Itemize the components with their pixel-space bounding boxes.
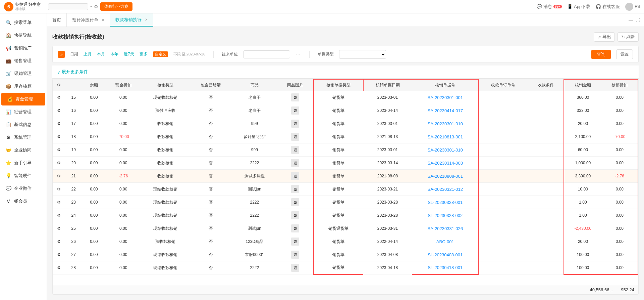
export-button[interactable]: ↗ 导出 (594, 32, 615, 42)
table-scroll-area[interactable]: ⚙ 余额 现金折扣 核销类型 包含已结清 商品 商品图片 核销单据类型 核销单据… (53, 79, 638, 285)
refresh-button[interactable]: ↻ 刷新 (618, 32, 639, 42)
cell-settings[interactable]: ⚙ (53, 157, 65, 170)
cell-writeoff-discount: 0.00 (602, 222, 638, 235)
table-row: ⚙ 22 0.00 0.00 现结收款核销 否 测试jun 🖼 销货单 2023… (53, 183, 638, 196)
cell-settings[interactable]: ⚙ (53, 235, 65, 248)
col-header-writeoff-bill-type: 核销单据类型 (314, 79, 363, 91)
sidebar-item-operations[interactable]: 📊 经营管理 (0, 105, 47, 118)
cell-settings[interactable]: ⚙ (53, 183, 65, 196)
cell-writeoff-bill-date: 2021-08-13 (363, 130, 412, 143)
cell-product: 2222 (232, 196, 277, 209)
filter-toggle-btn[interactable]: » (58, 51, 65, 58)
bill-type-select[interactable] (339, 50, 386, 59)
online-service[interactable]: 🎧 在线客服 (596, 4, 620, 10)
cell-writeoff-bill-no[interactable]: SA-20230321-012 (412, 183, 479, 196)
home-icon: 🏠 (5, 33, 11, 38)
window-minimize-icon[interactable]: — (629, 17, 633, 23)
cell-writeoff-bill-no[interactable]: SA-20230331-026 (412, 222, 479, 235)
member-icon: V (5, 199, 11, 204)
sidebar-item-shortcut[interactable]: 🏠 快捷导航 (0, 29, 47, 42)
cell-settings[interactable]: ⚙ (53, 130, 65, 143)
cell-balance: 0.00 (82, 209, 105, 222)
col-header-product-image: 商品图片 (277, 79, 314, 91)
date-filter-label: 日期 (70, 51, 78, 57)
cell-writeoff-bill-date: 2023-03-01 (363, 117, 412, 130)
cell-settings[interactable]: ⚙ (53, 261, 65, 274)
col-header-settings[interactable]: ⚙ (53, 79, 65, 91)
app-download[interactable]: 📱 App下载 (567, 4, 590, 10)
tab-collection[interactable]: 收款核销执行 ✕ (110, 13, 153, 27)
window-maximize-icon[interactable]: ⛶ (636, 17, 640, 23)
cell-writeoff-bill-no[interactable]: SA-20210808-001 (412, 170, 479, 183)
sidebar-item-finance[interactable]: 💰 资金管理 (1, 93, 45, 105)
from-unit-input[interactable] (243, 50, 290, 58)
cell-writeoff-bill-no[interactable]: SA-20210813-001 (412, 130, 479, 143)
sidebar-item-corp[interactable]: 🤝 企业协同 (0, 144, 47, 157)
cell-settings[interactable]: ⚙ (53, 143, 65, 157)
custom-date-btn[interactable]: 自定义 (153, 51, 168, 57)
tab-prepay[interactable]: 预付冲应付单 ✕ (67, 13, 110, 27)
cell-writeoff-bill-no[interactable]: SL-20230328-001 (412, 196, 479, 209)
notification-area[interactable]: 💬 消息 99+ (537, 4, 562, 10)
cell-product: 2222 (232, 209, 277, 222)
sidebar-item-hardware[interactable]: 💡 智能硬件 (0, 169, 47, 182)
expand-more-btn[interactable]: ∨ 展开更多条件 (54, 68, 91, 76)
cell-writeoff-discount: 0.00 (602, 261, 638, 274)
cell-writeoff-type: 收款核销 (141, 130, 190, 143)
cell-settings[interactable]: ⚙ (53, 91, 65, 104)
sidebar-item-purchase[interactable]: 🛒 采购管理 (0, 67, 47, 80)
cell-writeoff-discount: 0.00 (602, 143, 638, 157)
sidebar-item-sales[interactable]: 💼 销售管理 (0, 54, 47, 67)
cell-writeoff-bill-date: 2021-08-08 (363, 170, 412, 183)
cell-settings[interactable]: ⚙ (53, 209, 65, 222)
date-more[interactable]: 更多 (140, 51, 148, 57)
sidebar-item-search[interactable]: 🔍 搜索菜单 (0, 16, 47, 29)
cell-writeoff-bill-type: 销货单 (314, 235, 363, 248)
cell-include-cleared: 否 (190, 183, 232, 196)
industry-btn[interactable]: 体验行业方案 (100, 2, 132, 11)
sidebar-item-guide[interactable]: ⭐ 新手引导 (0, 157, 47, 169)
cell-settings[interactable]: ⚙ (53, 248, 65, 261)
cell-include-cleared: 否 (190, 222, 232, 235)
sidebar-item-inventory[interactable]: 📦 库存核算 (0, 80, 47, 93)
sidebar-item-member[interactable]: V 畅会员 (0, 195, 47, 208)
cell-rowno: 24 (65, 209, 82, 222)
sidebar-label-finance: 资金管理 (15, 96, 33, 102)
date-last-month[interactable]: 上月 (84, 51, 92, 57)
cell-writeoff-bill-no[interactable]: SA-20230301-010 (412, 117, 479, 130)
tab-collection-close-icon[interactable]: ✕ (145, 18, 148, 22)
sidebar-item-marketing[interactable]: 📢 营销推广 (0, 42, 47, 54)
date-7days[interactable]: 近7天 (124, 51, 134, 57)
cell-writeoff-bill-no[interactable]: SL-20230328-002 (412, 209, 479, 222)
cell-writeoff-bill-no[interactable]: SL-20230408-001 (412, 248, 479, 261)
cell-writeoff-bill-no[interactable]: SA-20230414-017 (412, 104, 479, 117)
sidebar-item-system[interactable]: ⚙ 系统管理 (0, 131, 47, 144)
sidebar-item-wecom[interactable]: 💬 企业微信 (0, 182, 47, 195)
cell-settings[interactable]: ⚙ (53, 170, 65, 183)
cell-settings[interactable]: ⚙ (53, 222, 65, 235)
table-settings-button[interactable]: 设置 (616, 49, 633, 59)
user-name[interactable]: Rit (625, 3, 640, 11)
cell-settings[interactable]: ⚙ (53, 104, 65, 117)
breadcrumb-input[interactable] (48, 3, 88, 10)
gear-icon[interactable]: ⚙ (94, 4, 98, 9)
tab-home[interactable]: 首页 (47, 13, 67, 27)
cell-product-image: 🖼 (277, 104, 314, 117)
date-this-month[interactable]: 本月 (97, 51, 105, 57)
cell-cash-discount: 0.00 (105, 248, 141, 261)
dropdown-arrow-icon[interactable]: ▾ (90, 5, 92, 8)
cell-settings[interactable]: ⚙ (53, 117, 65, 130)
cell-writeoff-bill-no[interactable]: ABC-001 (412, 235, 479, 248)
sidebar-item-base[interactable]: 📋 基础信息 (0, 118, 47, 131)
query-button[interactable]: 查询 (591, 50, 611, 59)
cell-writeoff-discount: 0.00 (602, 248, 638, 261)
cell-settings[interactable]: ⚙ (53, 196, 65, 209)
cell-writeoff-bill-no[interactable]: SA-20230314-008 (412, 157, 479, 170)
cell-writeoff-bill-no[interactable]: SA-20230301-010 (412, 143, 479, 157)
date-this-year[interactable]: 本年 (110, 51, 118, 57)
cell-writeoff-type: 预收款核销 (141, 235, 190, 248)
cell-writeoff-bill-no[interactable]: SA-20230301-001 (412, 91, 479, 104)
cell-writeoff-bill-no[interactable]: SL-20230418-001 (412, 261, 479, 274)
tab-prepay-close-icon[interactable]: ✕ (102, 18, 104, 22)
cell-include-cleared: 否 (190, 209, 232, 222)
